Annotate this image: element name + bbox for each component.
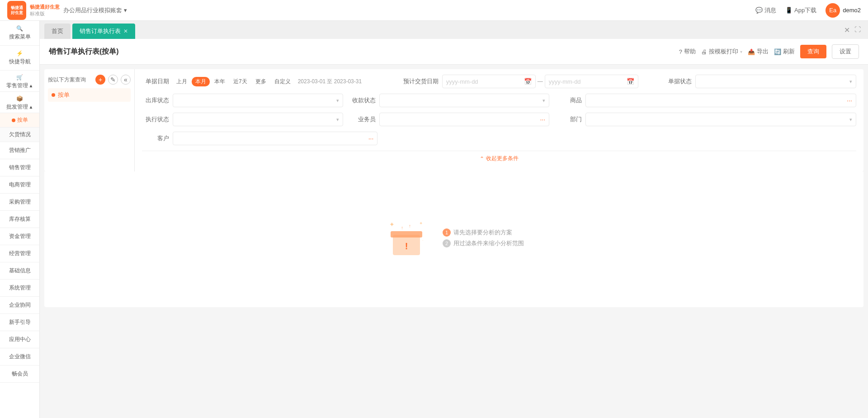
goods-label: 商品	[555, 96, 582, 104]
sidebar-item-system[interactable]: 系统管理	[0, 280, 39, 297]
sidebar-item-member[interactable]: 畅会员	[0, 366, 39, 383]
add-plan-btn[interactable]: +	[95, 75, 105, 85]
app-download-action[interactable]: 📱 App下载	[785, 6, 816, 14]
customer-input[interactable]: ···	[173, 132, 377, 145]
tag-this-year[interactable]: 本年	[211, 77, 229, 86]
brand-sub: 标准版	[30, 10, 60, 17]
sidebar-label-operations: 经营管理	[9, 250, 31, 257]
date-tags: 上月 本月 本年 近7天 更多 自定义	[173, 77, 294, 86]
sidebar-item-basic[interactable]: 基础信息	[0, 262, 39, 280]
user-profile[interactable]: Ea demo2	[826, 3, 861, 18]
industry-selector[interactable]: 办公用品行业模拟账套 ▾	[63, 6, 127, 14]
sidebar-item-operations[interactable]: 经营管理	[0, 245, 39, 262]
sidebar-item-app-center[interactable]: 应用中心	[0, 331, 39, 348]
sidebar-item-enterprise[interactable]: 企业协同	[0, 297, 39, 314]
step-num-1: 1	[443, 228, 451, 237]
message-action[interactable]: 💬 消息	[755, 6, 776, 14]
sidebar-item-search-menu[interactable]: 🔍 搜索菜单	[0, 21, 39, 46]
step-num-2: 2	[443, 239, 451, 247]
salesperson-input[interactable]: ···	[379, 113, 550, 126]
print-btn[interactable]: 🖨 按模板打印 ▾	[701, 48, 742, 56]
tab-home-label: 首页	[52, 28, 63, 34]
empty-steps-list: 1 请先选择要分析的方案 2 用过滤条件来缩小分析范围	[443, 228, 524, 250]
tree-dot	[52, 93, 55, 97]
sidebar-label-search-menu: 搜索菜单	[9, 33, 31, 41]
svg-rect-1	[391, 231, 422, 238]
sidebar-item-newbie[interactable]: 新手引导	[0, 314, 39, 331]
calendar-start-icon[interactable]: 📅	[524, 78, 532, 85]
refresh-icon: 🔄	[774, 48, 781, 55]
tab-sales-execution[interactable]: 销售订单执行表 ✕	[72, 24, 135, 39]
customer-dots-icon[interactable]: ···	[368, 135, 374, 142]
sidebar-item-sales[interactable]: 销售管理	[0, 159, 39, 176]
retail-icon: 🛒	[16, 74, 23, 81]
sidebar-item-retail[interactable]: 🛒 零售管理 ▲	[0, 71, 39, 92]
salesperson-dots-icon[interactable]: ···	[540, 116, 545, 123]
content-area: 首页 销售订单执行表 ✕ ✕ ⛶ 销售订单执行表(按单) ? 帮助	[40, 21, 868, 418]
dept-input[interactable]: ▾	[585, 113, 856, 126]
collapse-bar[interactable]: ⌃ 收起更多条件	[142, 151, 856, 166]
help-label: 帮助	[684, 48, 696, 56]
refresh-label: 刷新	[783, 48, 795, 56]
help-btn[interactable]: ? 帮助	[679, 48, 696, 56]
tag-more[interactable]: 更多	[252, 77, 270, 86]
tab-sales-execution-label: 销售订单执行表	[80, 27, 121, 35]
query-btn[interactable]: 查询	[800, 45, 826, 58]
settings-btn[interactable]: 设置	[832, 44, 859, 59]
tag-7days[interactable]: 近7天	[230, 77, 251, 86]
collapse-plan-btn[interactable]: «	[121, 75, 131, 85]
sidebar-item-purchase[interactable]: 采购管理	[0, 194, 39, 211]
refresh-btn[interactable]: 🔄 刷新	[774, 48, 795, 56]
window-expand-icon[interactable]: ⛶	[854, 26, 861, 34]
sidebar-label-basic: 基础信息	[9, 267, 31, 275]
sidebar-item-ecommerce[interactable]: 电商管理	[0, 176, 39, 194]
expected-date-end-input[interactable]	[549, 78, 625, 85]
salesperson-label: 业务员	[349, 115, 376, 124]
tag-this-month[interactable]: 本月	[192, 77, 210, 86]
exec-status-dropdown-icon: ▾	[336, 117, 339, 123]
tag-last-month[interactable]: 上月	[173, 77, 191, 86]
out-status-input[interactable]: ▾	[173, 94, 343, 107]
tag-custom[interactable]: 自定义	[271, 77, 294, 86]
svg-text:✦: ✦	[419, 221, 423, 226]
search-left-btns: + ✎ «	[95, 75, 131, 85]
sidebar-label-corp-wechat: 企业微信	[9, 353, 31, 361]
page-content: 销售订单执行表(按单) ? 帮助 🖨 按模板打印 ▾ 📤 导出	[40, 39, 868, 418]
goods-dots-icon[interactable]: ···	[847, 97, 852, 104]
export-btn[interactable]: 📤 导出	[748, 48, 769, 56]
sidebar-item-finance[interactable]: 资金管理	[0, 228, 39, 245]
out-status-dropdown-icon: ▾	[336, 98, 339, 104]
sidebar-sub-label-debt: 欠货情况	[9, 131, 31, 138]
sidebar-item-inventory[interactable]: 库存核算	[0, 211, 39, 228]
sidebar-item-marketing[interactable]: 营销推广	[0, 142, 39, 159]
tab-home[interactable]: 首页	[44, 24, 71, 39]
doc-status-input[interactable]: ▾	[695, 75, 856, 88]
calendar-end-icon[interactable]: 📅	[627, 78, 634, 85]
sidebar-sub-item-orders[interactable]: 按单	[0, 113, 39, 128]
page-header: 销售订单执行表(按单) ? 帮助 🖨 按模板打印 ▾ 📤 导出	[40, 39, 868, 65]
app-icon: 📱	[785, 7, 793, 14]
sidebar-label-wholesale: 批发管理	[6, 103, 28, 111]
expected-date-start-input[interactable]	[446, 78, 522, 85]
edit-plan-btn[interactable]: ✎	[108, 75, 118, 85]
goods-input[interactable]: ···	[585, 94, 856, 107]
expected-date-end[interactable]: 📅	[545, 75, 638, 88]
exec-status-input[interactable]: ▾	[173, 113, 343, 126]
sidebar-label-inventory: 库存核算	[9, 215, 31, 223]
sidebar-item-wholesale[interactable]: 📦 批发管理 ▲	[0, 92, 39, 113]
brand-name: 畅捷通好生意	[30, 4, 60, 10]
window-close-icon[interactable]: ✕	[844, 26, 850, 34]
sidebar-sub-item-debt[interactable]: 欠货情况	[0, 128, 39, 142]
tab-bar: 首页 销售订单执行表 ✕ ✕ ⛶	[40, 21, 868, 39]
collect-status-input[interactable]: ▾	[379, 94, 550, 107]
out-status-field: 出库状态 ▾	[142, 94, 343, 107]
sidebar-item-quick-nav[interactable]: ⚡ 快捷导航	[0, 46, 39, 71]
sidebar-item-corp-wechat[interactable]: 企业微信	[0, 348, 39, 366]
doc-status-field: 单据状态 ▾	[665, 75, 856, 88]
page-actions: ? 帮助 🖨 按模板打印 ▾ 📤 导出 🔄 刷新	[679, 44, 859, 59]
tree-item-orders[interactable]: 按单	[48, 88, 131, 102]
dept-field: 部门 ▾	[555, 113, 856, 126]
tab-close-icon[interactable]: ✕	[123, 28, 128, 34]
sidebar-label-member: 畅会员	[12, 370, 28, 378]
expected-date-start[interactable]: 📅	[442, 75, 536, 88]
